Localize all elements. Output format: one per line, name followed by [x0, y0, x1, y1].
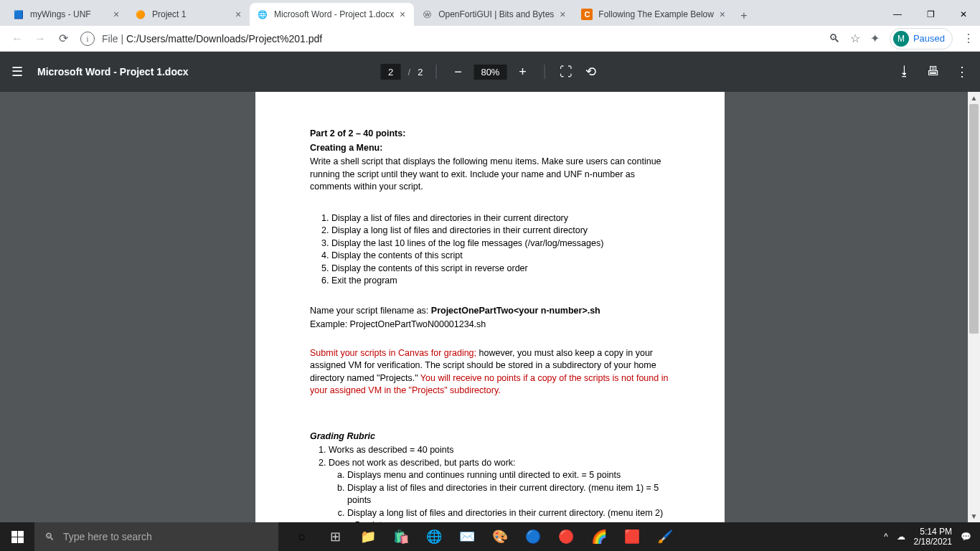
address-bar: ← → ⟳ i File | C:/Users/matte/Downloads/…	[0, 26, 980, 52]
bookmark-icon[interactable]: ☆	[850, 32, 860, 45]
page-total: 2	[418, 67, 423, 77]
time: 5:14 PM	[914, 527, 952, 537]
favicon-pdf: 🌐	[257, 9, 268, 20]
app-icon[interactable]: 🔴	[550, 522, 583, 551]
favicon-canvas: 🟠	[135, 9, 146, 20]
rotate-icon[interactable]: ⟲	[582, 64, 599, 80]
tab-mywings[interactable]: 🟦 myWings - UNF ×	[6, 3, 128, 26]
close-icon[interactable]: ×	[397, 9, 408, 20]
close-window-button[interactable]: ✕	[947, 3, 980, 26]
minimize-button[interactable]: ―	[881, 3, 914, 26]
example-line: Example: ProjectOnePartTwoN00001234.sh	[310, 319, 670, 331]
start-button[interactable]	[0, 522, 34, 551]
download-icon[interactable]: ⭳	[898, 64, 911, 80]
list-item: Display the contents of this script	[331, 250, 670, 263]
app-icon[interactable]: 🎨	[484, 522, 517, 551]
favicon-wordpress: ⓦ	[421, 9, 433, 20]
menu-items-list: Display a list of files and directories …	[310, 212, 670, 288]
fit-page-icon[interactable]: ⛶	[557, 65, 575, 80]
info-icon[interactable]: i	[80, 32, 95, 46]
list-item: Display a long list of files and directo…	[347, 507, 670, 523]
url-bar[interactable]: i File | C:/Users/matte/Downloads/Projec…	[80, 29, 823, 49]
intro-text: Write a shell script that displays the f…	[310, 156, 670, 194]
profile-chip[interactable]: M Paused	[890, 28, 953, 50]
app-icon[interactable]: 🔵	[517, 522, 550, 551]
zoom-level: 80%	[473, 65, 507, 80]
pdf-toolbar: ☰ Microsoft Word - Project 1.docx / 2 − …	[0, 52, 980, 92]
menu-icon[interactable]: ⋮	[963, 32, 974, 45]
close-icon[interactable]: ×	[232, 9, 244, 20]
page-number-input[interactable]	[381, 64, 401, 80]
page-separator: /	[408, 67, 411, 77]
list-item: Display a list of files and directories …	[331, 212, 670, 225]
pdf-page: Part 2 of 2 – 40 points: Creating a Menu…	[255, 92, 725, 522]
tab-project1[interactable]: 🟠 Project 1 ×	[128, 3, 250, 26]
pdf-viewport[interactable]: Part 2 of 2 – 40 points: Creating a Menu…	[0, 92, 980, 522]
list-item: Display a long list of files and directo…	[331, 225, 670, 237]
scrollbar-thumb[interactable]	[969, 104, 979, 334]
windows-taskbar: 🔍︎ Type here to search ○ ⊞ 📁 🛍️ 🌐 ✉️ 🎨 🔵…	[0, 522, 980, 551]
scroll-up-icon[interactable]: ▲	[968, 92, 980, 104]
print-icon[interactable]: 🖶	[927, 64, 940, 80]
maximize-button[interactable]: ❐	[914, 3, 947, 26]
tab-title: OpenFortiGUI | Bits and Bytes	[438, 9, 554, 19]
submit-paragraph: Submit your scripts in Canvas for gradin…	[310, 347, 670, 397]
url-text: File | C:/Users/matte/Downloads/Project%…	[102, 33, 322, 44]
scrollbar[interactable]: ▲ ▼	[968, 92, 980, 522]
toolbar-right: 🔍︎ ☆ ✦ M Paused ⋮	[829, 28, 974, 50]
file-explorer-icon[interactable]: 📁	[352, 522, 385, 551]
scroll-down-icon[interactable]: ▼	[968, 510, 980, 522]
onedrive-icon[interactable]: ☁	[897, 532, 905, 542]
clock[interactable]: 5:14 PM 2/18/2021	[914, 527, 952, 547]
edge-icon[interactable]: 🌐	[418, 522, 451, 551]
mail-icon[interactable]: ✉️	[451, 522, 484, 551]
list-item: Display the last 10 lines of the log fil…	[331, 237, 670, 250]
rubric-title: Grading Rubric	[310, 430, 670, 443]
tab-title: Project 1	[152, 9, 230, 19]
favicon-chegg: C	[581, 9, 593, 20]
profile-label: Paused	[913, 33, 945, 44]
list-item: Displays menu and continues running unti…	[347, 469, 670, 482]
app-icon[interactable]: 🟥	[616, 522, 649, 551]
window-controls: ― ❐ ✕	[881, 3, 980, 26]
app-icon[interactable]: 🖌️	[649, 522, 682, 551]
taskbar-search[interactable]: 🔍︎ Type here to search	[34, 522, 278, 551]
heading-menu: Creating a Menu:	[310, 142, 670, 155]
close-icon[interactable]: ×	[110, 9, 122, 20]
close-icon[interactable]: ×	[557, 9, 568, 20]
pdf-page-controls: / 2 − 80% + ⛶ ⟲	[381, 64, 600, 80]
tab-pdf-active[interactable]: 🌐 Microsoft Word - Project 1.docx ×	[250, 3, 414, 26]
task-view-icon[interactable]: ⊞	[319, 522, 352, 551]
list-item: Does not work as described, but parts do…	[329, 457, 670, 523]
new-tab-button[interactable]: +	[734, 6, 754, 26]
back-button[interactable]: ←	[6, 27, 29, 50]
more-icon[interactable]: ⋮	[956, 64, 969, 80]
list-item: Display the contents of this script in r…	[331, 263, 670, 276]
reload-button[interactable]: ⟳	[52, 27, 75, 50]
tray-chevron-icon[interactable]: ^	[884, 532, 888, 542]
notifications-icon[interactable]: 💬	[961, 532, 971, 542]
close-icon[interactable]: ×	[717, 9, 728, 20]
taskbar-apps: ○ ⊞ 📁 🛍️ 🌐 ✉️ 🎨 🔵 🔴 🌈 🟥 🖌️	[286, 522, 682, 551]
list-item: Display a list of files and directories …	[347, 482, 670, 507]
tab-title: Microsoft Word - Project 1.docx	[274, 9, 394, 19]
tab-chegg[interactable]: C Following The Example Below ×	[574, 3, 734, 26]
search-placeholder: Type here to search	[63, 531, 152, 542]
extensions-icon[interactable]: ✦	[870, 32, 880, 45]
grading-rubric: Grading Rubric Works as described = 40 p…	[310, 430, 670, 523]
date: 2/18/2021	[914, 537, 952, 547]
avatar: M	[893, 31, 909, 47]
chrome-icon[interactable]: 🌈	[583, 522, 616, 551]
tab-openfortigui[interactable]: ⓦ OpenFortiGUI | Bits and Bytes ×	[414, 3, 574, 26]
zoom-in-button[interactable]: +	[514, 65, 531, 80]
tab-title: Following The Example Below	[598, 9, 714, 19]
tab-title: myWings - UNF	[30, 9, 108, 19]
search-icon[interactable]: 🔍︎	[829, 32, 840, 45]
cortana-icon[interactable]: ○	[286, 522, 319, 551]
hamburger-icon[interactable]: ☰	[11, 64, 23, 80]
browser-tab-bar: 🟦 myWings - UNF × 🟠 Project 1 × 🌐 Micros…	[0, 0, 980, 26]
system-tray: ^ ☁ 5:14 PM 2/18/2021 💬	[884, 527, 980, 547]
microsoft-store-icon[interactable]: 🛍️	[385, 522, 418, 551]
forward-button[interactable]: →	[29, 27, 52, 50]
zoom-out-button[interactable]: −	[449, 65, 466, 80]
